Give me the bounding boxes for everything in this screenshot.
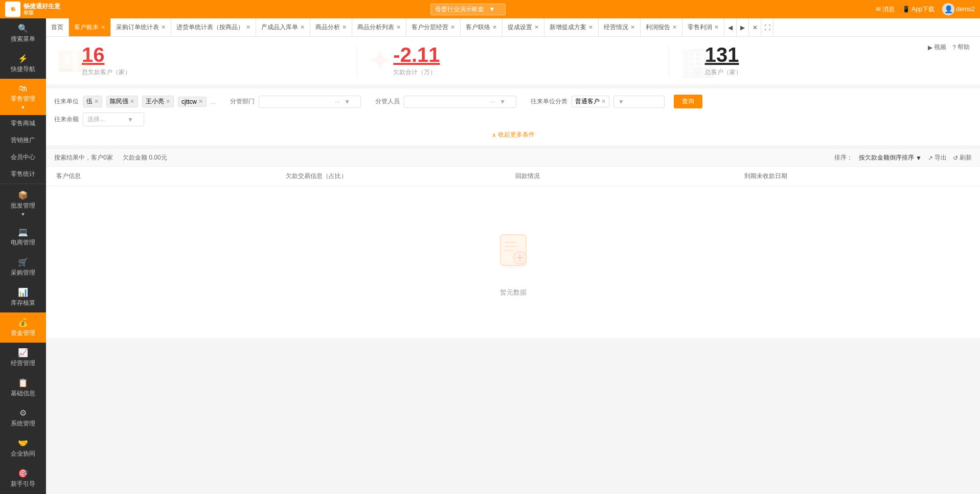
- sidebar-item-retail-mall[interactable]: 零售商城: [0, 115, 46, 132]
- user-avatar-btn[interactable]: 👤 demo2: [942, 3, 975, 15]
- sort-select[interactable]: 按欠款金额倒序排序 ▼: [859, 153, 922, 162]
- close-tab-profit-report[interactable]: ✕: [672, 24, 677, 31]
- remove-tag-wu[interactable]: ✕: [94, 98, 99, 105]
- remove-tag-ordinary[interactable]: ✕: [601, 98, 606, 105]
- category-dropdown-arrow: ▼: [618, 98, 624, 105]
- tab-customer-contact[interactable]: 客户联络 ✕: [461, 18, 503, 37]
- operations-icon: 📈: [18, 348, 28, 357]
- person-dropdown-arrow: ▼: [499, 98, 506, 105]
- sidebar-item-retail-stats[interactable]: 零售统计: [0, 166, 46, 183]
- sidebar-item-inventory[interactable]: 📊 库存核算: [0, 282, 46, 312]
- close-tab-goods-stats[interactable]: ✕: [246, 24, 250, 31]
- sidebar-item-basics[interactable]: 📋 基础信息: [0, 373, 46, 403]
- sidebar-item-purchase[interactable]: 🛒 采购管理: [0, 252, 46, 282]
- tab-goods-analysis[interactable]: 商品分析 ✕: [310, 18, 352, 37]
- tab-close-all-btn[interactable]: ✕: [749, 18, 761, 37]
- stat-debt-value[interactable]: -2.11: [393, 44, 440, 65]
- sidebar-item-wholesale[interactable]: 📦 批发管理 ▼: [0, 185, 46, 222]
- help-btn[interactable]: ? 帮助: [952, 43, 970, 52]
- stat-divider-2: [669, 46, 669, 76]
- remove-tag-cjttcw[interactable]: ✕: [198, 98, 203, 105]
- query-button[interactable]: 查询: [674, 95, 702, 108]
- tab-retail-profit[interactable]: 零售利润 ✕: [682, 18, 724, 37]
- helper-actions: ▶ 视频 ? 帮助: [928, 43, 970, 52]
- close-tab-customer-segment[interactable]: ✕: [450, 24, 455, 31]
- message-btn[interactable]: ✉ 消息: [876, 5, 895, 14]
- tab-profit-report[interactable]: 利润报告 ✕: [641, 18, 682, 37]
- tab-operations[interactable]: 经营情况 ✕: [599, 18, 641, 37]
- close-tab-retail-profit[interactable]: ✕: [714, 24, 719, 31]
- close-tab-purchase-order[interactable]: ✕: [161, 24, 166, 31]
- tab-expand-btn[interactable]: ⛶: [761, 18, 773, 37]
- tab-goods-stats[interactable]: 进货单统计表（按商品） ✕: [171, 18, 256, 37]
- basics-icon: 📋: [18, 378, 28, 388]
- tab-goods-analysis-list[interactable]: 商品分析列表 ✕: [352, 18, 406, 37]
- tab-new-commission[interactable]: 新增提成方案 ✕: [544, 18, 599, 37]
- quicknav-icon: ⚡: [18, 54, 28, 63]
- app-name: 畅捷通好生意: [24, 3, 60, 10]
- empty-state: 暂元数据: [46, 186, 980, 338]
- close-tab-customer-account[interactable]: ✕: [101, 24, 105, 31]
- sidebar-item-finance[interactable]: 💰 资金管理: [0, 312, 46, 343]
- tab-next-btn[interactable]: ▶: [737, 18, 749, 37]
- remove-tag-wangxiaoliang[interactable]: ✕: [166, 98, 170, 105]
- filter-dept-select[interactable]: ··· ▼: [259, 96, 361, 108]
- sidebar-item-quicknav[interactable]: ⚡ 快捷导航: [0, 49, 46, 79]
- sidebar-item-system[interactable]: ⚙ 系统管理: [0, 403, 46, 433]
- filter-tag-wangxiaoliang[interactable]: 王小亮 ✕: [142, 96, 174, 107]
- app-sub: 标版: [24, 10, 60, 16]
- tab-commission-settings[interactable]: 提成设置 ✕: [503, 18, 544, 37]
- sort-arrow-icon: ▼: [916, 154, 922, 162]
- close-tab-goods-analysis-list[interactable]: ✕: [396, 24, 401, 31]
- sidebar: 🔍 搜索菜单 ⚡ 快捷导航 🛍 零售管理 ▼ 零售商城 营销推广 会员中心: [0, 18, 46, 494]
- filter-more-btn[interactable]: ...: [211, 98, 216, 105]
- tab-purchase-order[interactable]: 采购订单统计表 ✕: [111, 18, 171, 37]
- close-tab-new-commission[interactable]: ✕: [588, 24, 593, 31]
- filter-balance-select[interactable]: 选择... ▼: [83, 113, 144, 126]
- filter-row-2: 往来余额 选择... ▼: [54, 113, 972, 126]
- refresh-btn[interactable]: ↺ 刷新: [953, 153, 972, 162]
- filter-category-select[interactable]: ▼: [613, 96, 665, 108]
- cooperation-icon: 🤝: [18, 438, 28, 448]
- balance-dropdown-arrow: ▼: [127, 116, 133, 123]
- tab-customer-account[interactable]: 客户账本 ✕: [69, 18, 111, 37]
- guide-icon: 🎯: [18, 468, 28, 478]
- filter-person-select[interactable]: ··· ▼: [404, 96, 516, 108]
- sidebar-item-cooperation[interactable]: 🤝 企业协同: [0, 433, 46, 463]
- tab-product-inbound[interactable]: 产成品入库单 ✕: [256, 18, 310, 37]
- app-download-btn[interactable]: 📱 App下载: [902, 5, 935, 14]
- sidebar-item-guide[interactable]: 🎯 新手引导: [0, 463, 46, 493]
- store-selector[interactable]: 母婴行业演示帐套 ▼: [430, 4, 506, 15]
- video-icon: ▶: [928, 44, 932, 51]
- close-tab-product-inbound[interactable]: ✕: [300, 24, 305, 31]
- sidebar-item-marketing[interactable]: 营销推广: [0, 132, 46, 149]
- filter-tag-chenminqiang[interactable]: 陈民强 ✕: [106, 96, 138, 107]
- retail-icon: 🛍: [19, 84, 27, 93]
- tab-home[interactable]: 首页: [46, 18, 69, 37]
- dept-dropdown-more: ···: [335, 98, 340, 105]
- video-btn[interactable]: ▶ 视频: [928, 43, 946, 52]
- remove-tag-chenminqiang[interactable]: ✕: [130, 98, 134, 105]
- filter-tag-unit[interactable]: 伍 ✕: [83, 96, 102, 107]
- filter-row-1: 往来单位 伍 ✕ 陈民强 ✕ 王小亮 ✕: [54, 95, 972, 108]
- collapse-btn[interactable]: ∧ 收起更多条件: [54, 130, 972, 139]
- close-tab-commission-settings[interactable]: ✕: [534, 24, 539, 31]
- close-tab-operations[interactable]: ✕: [630, 24, 635, 31]
- table-header: 客户信息 欠款交易信息（占比） 回款情况 到期未收款日期: [46, 167, 980, 186]
- export-icon: ↗: [928, 154, 933, 162]
- sidebar-item-members[interactable]: 会员中心: [0, 149, 46, 166]
- debt-amount-summary: 欠款金额 0.00元: [123, 154, 167, 161]
- app-logo: 畅: [5, 2, 20, 17]
- sidebar-item-operations[interactable]: 📈 经营管理: [0, 343, 46, 373]
- sidebar-item-retail[interactable]: 🛍 零售管理 ▼: [0, 79, 46, 115]
- tab-prev-btn[interactable]: ◀: [724, 18, 737, 37]
- sidebar-item-search[interactable]: 🔍 搜索菜单: [0, 18, 46, 49]
- close-tab-customer-contact[interactable]: ✕: [492, 24, 497, 31]
- tab-customer-segment[interactable]: 客户分层经营 ✕: [406, 18, 461, 37]
- filter-tag-ordinary-customer[interactable]: 普通客户 ✕: [572, 96, 609, 107]
- close-tab-goods-analysis[interactable]: ✕: [342, 24, 347, 31]
- export-btn[interactable]: ↗ 导出: [928, 153, 947, 162]
- user-avatar: 👤: [942, 3, 954, 15]
- filter-tag-cjttcw[interactable]: cjttcw ✕: [178, 97, 207, 107]
- sidebar-item-ecommerce[interactable]: 💻 电商管理: [0, 222, 46, 252]
